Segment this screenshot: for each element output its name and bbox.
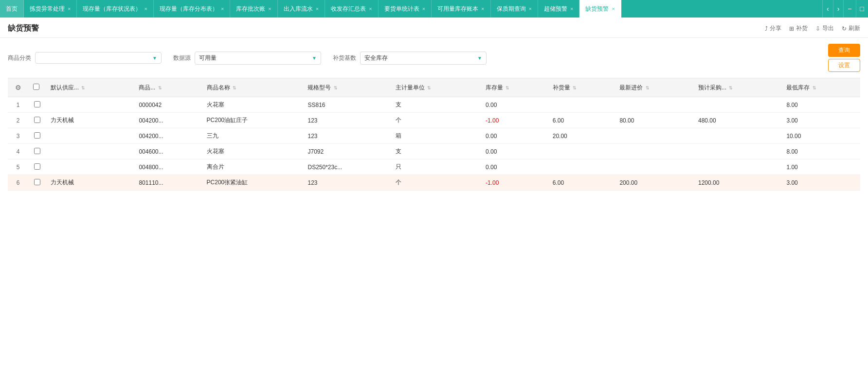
row-stock-2: -1.00 [481,113,548,128]
tab-shortage[interactable]: 缺货预警 × [579,0,621,18]
row-stock-4: 0.00 [481,144,548,159]
replenish-button[interactable]: ⊞ 补货 [789,24,808,33]
tab-close-batch[interactable]: × [268,6,271,12]
col-settings: ⚙ [8,78,28,97]
search-actions: 查询 设置 [828,44,860,72]
row-unit-6: 个 [391,175,481,191]
refresh-button[interactable]: ↻ 刷新 [842,24,860,33]
row-checkbox-2[interactable] [28,113,46,128]
tab-close-available[interactable]: × [481,6,484,12]
supplier-sort-icon[interactable]: ⇅ [81,86,85,90]
row-stock-1: 0.00 [481,97,548,113]
column-settings-icon[interactable]: ⚙ [13,82,23,93]
tab-maximize[interactable]: □ [856,0,868,18]
tab-inventory-dist[interactable]: 现存量（库存分布表） × [154,0,230,18]
row-stock-6: -1.00 [481,175,548,191]
row-latest-price-2: 80.00 [615,113,693,128]
tab-available[interactable]: 可用量库存账本 × [432,0,490,18]
row-num-3: 3 [8,128,28,144]
tab-close-demand[interactable]: × [422,6,425,12]
col-stock: 库存量 ⇅ [481,78,548,97]
tab-flow[interactable]: 出入库流水 × [278,0,325,18]
col-replenish: 补货量 ⇅ [548,78,615,97]
row-checkbox-6[interactable] [28,175,46,191]
replenish-base-field: 补货基数 安全库存 ▼ [333,52,487,65]
min-stock-sort-icon[interactable]: ⇅ [813,86,816,90]
replenish-sort-icon[interactable]: ⇅ [573,86,577,90]
row-min-stock-4: 8.00 [781,144,860,159]
data-table: ⚙ 默认供应... ⇅ 商品... ⇅ 商品名称 ⇅ [8,78,860,191]
tab-abnormal[interactable]: 拣货异常处理 × [24,0,77,18]
goods-name-sort-icon[interactable]: ⇅ [233,86,236,90]
unit-sort-icon[interactable]: ⇅ [427,86,431,90]
tab-close-flow[interactable]: × [316,6,319,12]
page-header: 缺货预警 ⤴ 分享 ⊞ 补货 ⇩ 导出 ↻ 刷新 [0,18,868,38]
tab-scroll-right[interactable]: › [833,0,844,18]
row-replenish-3: 20.00 [548,128,615,144]
row-replenish-4 [548,144,615,159]
tab-close-expiry[interactable]: × [529,6,532,12]
tab-demand[interactable]: 要货单统计表 × [379,0,432,18]
export-icon: ⇩ [815,25,820,32]
col-checkbox [28,78,46,97]
row-checkbox-4[interactable] [28,144,46,159]
tab-batch[interactable]: 库存批次账 × [230,0,277,18]
category-select[interactable]: ▼ [35,52,162,64]
datasource-select[interactable]: 可用量 ▼ [195,52,321,65]
row-checkbox-1[interactable] [28,97,46,113]
row-replenish-1 [548,97,615,113]
tab-home[interactable]: 首页 [0,0,24,18]
row-goods-code-6: 801110... [134,175,201,191]
tab-collect[interactable]: 收发存汇总表 × [325,0,378,18]
select-all-checkbox[interactable] [33,84,39,90]
settings-button[interactable]: 设置 [828,59,860,72]
col-unit: 主计量单位 ⇅ [391,78,481,97]
row-checkbox-3[interactable] [28,128,46,144]
table-row: 5 004800... 离合片 DS250*23c... 只 0.00 1.00 [8,159,860,175]
row-latest-price-4 [615,144,693,159]
tab-scroll-left[interactable]: ‹ [822,0,833,18]
row-num-4: 4 [8,144,28,159]
header-actions: ⤴ 分享 ⊞ 补货 ⇩ 导出 ↻ 刷新 [765,24,860,33]
tab-close-collect[interactable]: × [369,6,372,12]
tab-minimize[interactable]: − [843,0,855,18]
query-button[interactable]: 查询 [828,44,860,57]
row-supplier-3 [46,128,134,144]
replenish-base-select[interactable]: 安全库存 ▼ [360,52,487,65]
replenish-base-arrow-icon: ▼ [477,55,482,61]
category-field: 商品分类 ▼ [8,52,162,64]
row-spec-6: 123 [303,175,390,191]
goods-code-sort-icon[interactable]: ⇅ [158,86,162,90]
tab-close-inventory-status[interactable]: × [144,6,147,12]
row-latest-price-1 [615,97,693,113]
est-purchase-sort-icon[interactable]: ⇅ [729,86,733,90]
tab-close-inventory-dist[interactable]: × [221,6,224,12]
stock-sort-icon[interactable]: ⇅ [506,86,509,90]
row-replenish-2: 6.00 [548,113,615,128]
tab-expiry[interactable]: 保质期查询 × [491,0,538,18]
latest-price-sort-icon[interactable]: ⇅ [646,86,650,90]
row-stock-5: 0.00 [481,159,548,175]
page-content: 缺货预警 ⤴ 分享 ⊞ 补货 ⇩ 导出 ↻ 刷新 商品分类 [0,18,868,387]
tab-close-shortage[interactable]: × [612,6,615,12]
col-spec: 规格型号 ⇅ [303,78,390,97]
row-num-2: 2 [8,113,28,128]
page-title: 缺货预警 [8,23,39,34]
tab-overstock[interactable]: 超储预警 × [538,0,579,18]
tab-inventory-status[interactable]: 现存量（库存状况表） × [77,0,153,18]
row-unit-5: 只 [391,159,481,175]
share-button[interactable]: ⤴ 分享 [765,24,781,33]
row-latest-price-6: 200.00 [615,175,693,191]
row-spec-5: DS250*23c... [303,159,390,175]
table-container: ⚙ 默认供应... ⇅ 商品... ⇅ 商品名称 ⇅ [0,78,868,191]
spec-sort-icon[interactable]: ⇅ [334,86,338,90]
col-min-stock: 最低库存 ⇅ [781,78,860,97]
tab-close-abnormal[interactable]: × [68,6,71,12]
row-supplier-2: 力天机械 [46,113,134,128]
row-est-purchase-2: 480.00 [693,113,781,128]
row-checkbox-5[interactable] [28,159,46,175]
export-button[interactable]: ⇩ 导出 [815,24,834,33]
row-est-purchase-4 [693,144,781,159]
tab-close-overstock[interactable]: × [570,6,573,12]
row-spec-1: SS816 [303,97,390,113]
